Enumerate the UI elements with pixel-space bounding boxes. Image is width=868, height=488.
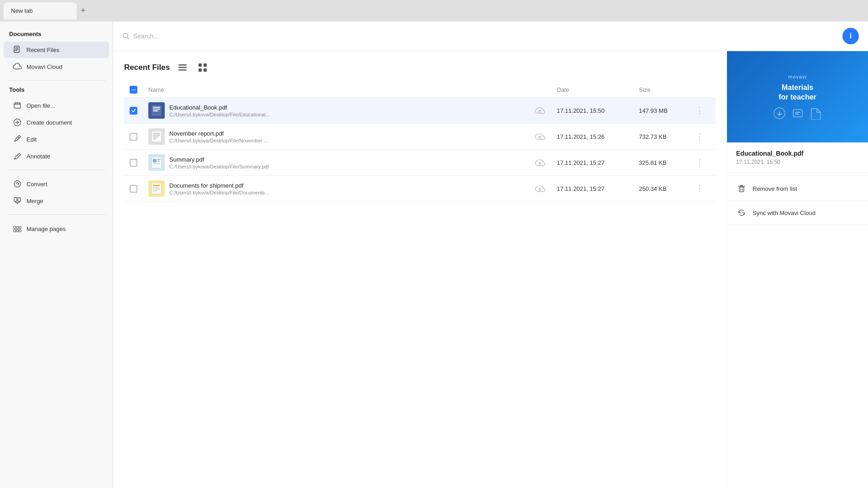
sync-movavi-cloud-action[interactable]: Sync with Movavi Cloud bbox=[727, 201, 868, 225]
sidebar-item-movavi-cloud[interactable]: Movavi Cloud bbox=[4, 58, 109, 75]
sync-icon bbox=[736, 207, 747, 218]
table-row[interactable]: November report.pdf C:/Users/i.bykova/De… bbox=[124, 124, 716, 150]
sidebar-item-annotate[interactable]: Annotate bbox=[4, 148, 109, 164]
remove-from-list-action[interactable]: Remove from list bbox=[727, 177, 868, 201]
file-checkbox[interactable] bbox=[130, 107, 137, 115]
svg-rect-11 bbox=[19, 226, 21, 229]
file-date: 17.11.2021, 15:26 bbox=[551, 124, 633, 150]
table-row[interactable]: Educational_Book.pdf C:/Users/i.bykova/D… bbox=[124, 98, 716, 124]
file-checkbox[interactable] bbox=[130, 133, 137, 141]
table-row[interactable]: Documents for shipment.pdf C:/Users/i.by… bbox=[124, 176, 716, 202]
sidebar-item-manage-pages[interactable]: Manage pages bbox=[4, 220, 109, 237]
svg-rect-10 bbox=[16, 226, 18, 229]
panel-actions: Remove from list Sync with Movavi Cloud bbox=[727, 173, 868, 229]
file-info-panel: Educational_Book.pdf 17.11.2021, 15:50 bbox=[727, 142, 868, 173]
edit-icon bbox=[13, 135, 22, 144]
svg-rect-37 bbox=[153, 159, 157, 163]
svg-rect-28 bbox=[153, 110, 158, 111]
select-all-checkbox[interactable] bbox=[130, 86, 137, 94]
sidebar-item-create-document[interactable]: Create document bbox=[4, 114, 109, 131]
active-tab[interactable]: New tab bbox=[4, 2, 77, 20]
file-path: C:/Users/i.bykova/Desktop/File/Education… bbox=[169, 112, 270, 117]
svg-rect-21 bbox=[199, 68, 202, 72]
file-size: 325.81 KB bbox=[633, 150, 688, 176]
svg-rect-39 bbox=[157, 161, 160, 162]
svg-rect-12 bbox=[14, 230, 16, 232]
svg-rect-49 bbox=[739, 187, 744, 192]
preview-title: Materialsfor teacher bbox=[773, 83, 822, 102]
svg-rect-33 bbox=[153, 136, 158, 137]
svg-rect-14 bbox=[19, 230, 21, 232]
col-header-size: Size bbox=[633, 82, 688, 98]
search-input[interactable] bbox=[133, 32, 270, 40]
cloud-upload-icon[interactable] bbox=[534, 157, 546, 168]
more-options-button[interactable]: ⋮ bbox=[694, 182, 706, 195]
more-options-button[interactable]: ⋮ bbox=[694, 156, 706, 169]
svg-rect-32 bbox=[153, 135, 160, 136]
sidebar-divider-2 bbox=[7, 170, 105, 170]
content-area: i Recent Files bbox=[113, 21, 868, 488]
files-main: Recent Files bbox=[113, 51, 727, 488]
right-panel: movavi Materialsfor teacher Educational_… bbox=[727, 51, 868, 488]
sidebar-item-convert[interactable]: Convert bbox=[4, 176, 109, 192]
recent-files-icon bbox=[13, 45, 22, 54]
cloud-upload-icon[interactable] bbox=[534, 105, 546, 115]
file-size: 147.93 MB bbox=[633, 98, 688, 124]
grid-view-button[interactable] bbox=[195, 60, 210, 75]
file-name: Educational_Book.pdf bbox=[169, 104, 270, 111]
sidebar-item-recent-files[interactable]: Recent Files bbox=[4, 42, 109, 58]
svg-rect-9 bbox=[14, 226, 16, 229]
preview-content: movavi Materialsfor teacher bbox=[773, 74, 822, 120]
tab-label: New tab bbox=[11, 7, 33, 14]
annotate-icon bbox=[13, 152, 22, 161]
file-date: 17.11.2021, 15:50 bbox=[551, 98, 633, 124]
sidebar-item-label: Merge bbox=[26, 198, 43, 205]
sidebar-item-merge[interactable]: Merge bbox=[4, 193, 109, 209]
svg-rect-17 bbox=[178, 67, 187, 68]
open-file-icon bbox=[13, 101, 22, 110]
sidebar-item-label: Manage pages bbox=[26, 226, 66, 232]
table-row[interactable]: Summary.pdf C:/Users/i.bykova/Desktop/Fi… bbox=[124, 150, 716, 176]
preview-icons bbox=[773, 107, 822, 120]
svg-rect-18 bbox=[178, 69, 187, 71]
svg-rect-40 bbox=[153, 163, 160, 164]
svg-rect-1 bbox=[15, 47, 18, 48]
svg-rect-22 bbox=[204, 68, 207, 72]
sidebar-item-label: Open file... bbox=[26, 102, 55, 109]
cloud-upload-icon[interactable] bbox=[534, 184, 546, 194]
svg-rect-7 bbox=[14, 198, 17, 201]
sidebar-divider-3 bbox=[7, 215, 105, 215]
file-size: 250.34 KB bbox=[633, 176, 688, 202]
sidebar-item-label: Annotate bbox=[26, 153, 50, 160]
file-thumbnail bbox=[148, 128, 165, 145]
sidebar-item-open-file[interactable]: Open file... bbox=[4, 97, 109, 114]
file-name: Summary.pdf bbox=[169, 156, 269, 163]
merge-icon bbox=[13, 196, 22, 205]
files-header: Recent Files bbox=[124, 60, 716, 75]
create-document-icon bbox=[13, 118, 22, 127]
more-options-button[interactable]: ⋮ bbox=[694, 130, 706, 143]
sidebar-item-edit[interactable]: Edit bbox=[4, 131, 109, 147]
svg-rect-27 bbox=[153, 109, 160, 110]
info-button[interactable]: i bbox=[842, 28, 859, 44]
svg-rect-20 bbox=[204, 63, 207, 67]
file-name: November report.pdf bbox=[169, 130, 268, 137]
new-tab-button[interactable]: + bbox=[77, 5, 89, 17]
svg-rect-13 bbox=[16, 230, 18, 232]
file-checkbox[interactable] bbox=[130, 159, 137, 167]
file-table: Name Date Size Educational_Book.pdf C:/U… bbox=[124, 82, 716, 202]
cloud-upload-icon[interactable] bbox=[534, 131, 546, 142]
file-path: C:/Users/i.bykova/Desktop/File/November … bbox=[169, 138, 268, 143]
svg-rect-16 bbox=[178, 64, 187, 66]
remove-from-list-label: Remove from list bbox=[753, 185, 797, 192]
svg-rect-3 bbox=[15, 50, 17, 51]
file-checkbox[interactable] bbox=[130, 185, 137, 193]
list-view-button[interactable] bbox=[175, 60, 190, 75]
file-thumbnail bbox=[148, 102, 165, 119]
panel-file-name: Educational_Book.pdf bbox=[736, 150, 859, 157]
sidebar-item-label: Edit bbox=[26, 136, 37, 143]
file-date: 17.11.2021, 15:27 bbox=[551, 176, 633, 202]
file-name: Documents for shipment.pdf bbox=[169, 182, 269, 189]
svg-rect-19 bbox=[199, 63, 202, 67]
more-options-button[interactable]: ⋮ bbox=[694, 104, 706, 117]
